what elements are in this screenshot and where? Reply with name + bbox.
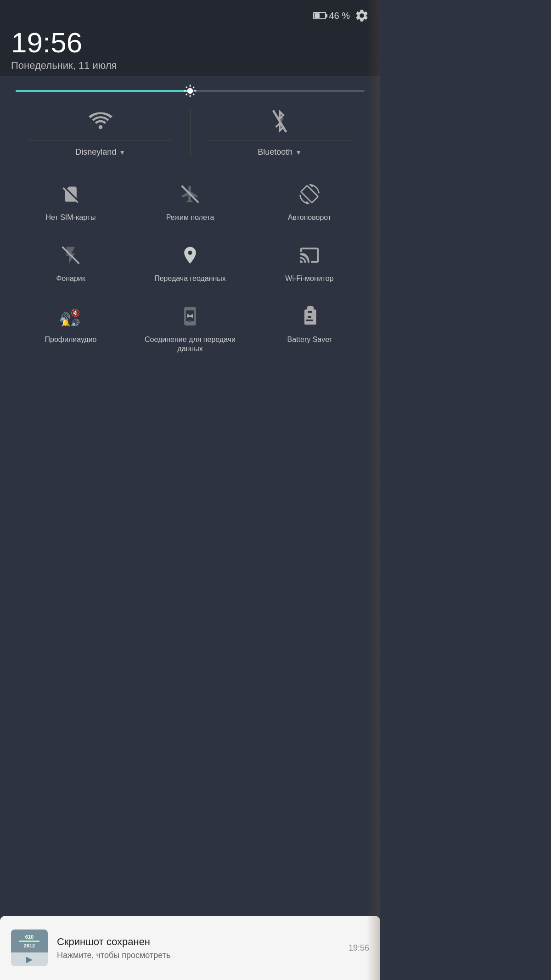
cast-tile[interactable]: Wi-Fi-монитор — [250, 232, 369, 293]
bluetooth-icon — [271, 108, 288, 134]
battery-saver-tile[interactable]: Battery Saver — [250, 293, 369, 364]
notification-title: Скриншот сохранен — [57, 936, 339, 948]
no-sim-icon — [61, 182, 81, 207]
location-tile[interactable]: Передача геоданных — [130, 232, 250, 293]
notification-subtitle: Нажмите, чтобы просмотреть — [57, 951, 339, 960]
bt-label-row[interactable]: Bluetooth ▼ — [258, 147, 302, 157]
brightness-slider[interactable] — [16, 90, 365, 92]
quick-settings-panel: Disneyland ▼ Bluetooth ▼ — [0, 76, 380, 372]
status-bar: 46 % 19:56 Понедельник, 11 июля — [0, 0, 380, 76]
notif-thumb-num2: 2612 — [24, 943, 35, 948]
notif-thumb-num1: 610 — [25, 934, 34, 940]
autorotate-icon — [299, 182, 320, 207]
tethering-tile[interactable]: Соединение для передачи данных — [130, 293, 250, 364]
flashlight-tile[interactable]: Фонарик — [11, 232, 130, 293]
notification-bar[interactable]: 610 2612 ▶ Скриншот сохранен Нажмите, чт… — [0, 916, 380, 980]
brightness-track-left — [16, 90, 190, 92]
bt-label: Bluetooth — [258, 147, 292, 157]
wifi-dropdown-arrow[interactable]: ▼ — [119, 149, 125, 156]
date-display: Понедельник, 11 июля — [11, 60, 369, 72]
svg-text:🔔: 🔔 — [61, 318, 71, 326]
battery-saver-icon — [301, 304, 318, 329]
autorotate-tile[interactable]: Автоповорот — [250, 171, 369, 232]
notif-thumb-top: 610 2612 — [11, 930, 48, 952]
bt-divider — [208, 140, 351, 141]
time-display: 19:56 — [11, 28, 369, 57]
battery-percent: 46 % — [329, 11, 350, 21]
flashlight-label: Фонарик — [56, 274, 85, 284]
settings-icon[interactable] — [354, 8, 369, 23]
wifi-divider — [29, 140, 172, 141]
wifi-bt-row: Disneyland ▼ Bluetooth ▼ — [11, 108, 369, 157]
tiles-grid: Нет SIM-карты Режим полета Автоповорот — [11, 171, 369, 363]
svg-rect-8 — [188, 315, 191, 317]
cast-icon — [299, 243, 320, 268]
notif-thumb-bottom: ▶ — [11, 952, 48, 966]
audio-tile[interactable]: 🔊 🔇 🔔 🔊 Профилиаудио — [11, 293, 130, 364]
audio-label: Профилиаудио — [45, 335, 96, 345]
notification-thumbnail: 610 2612 ▶ — [11, 930, 48, 966]
airplane-tile[interactable]: Режим полета — [130, 171, 250, 232]
airplane-icon — [180, 182, 200, 207]
svg-text:🔊: 🔊 — [71, 318, 80, 326]
notif-thumb-bar1 — [19, 941, 39, 942]
flashlight-icon — [61, 243, 81, 268]
battery-saver-label: Battery Saver — [287, 335, 332, 345]
tethering-label: Соединение для передачи данных — [135, 335, 245, 354]
svg-point-0 — [98, 125, 102, 129]
bt-dropdown-arrow[interactable]: ▼ — [295, 149, 302, 156]
brightness-track-right — [190, 90, 365, 92]
wifi-label: Disneyland — [75, 147, 116, 157]
brightness-row[interactable] — [11, 90, 369, 92]
tethering-icon — [180, 304, 200, 329]
svg-text:🔇: 🔇 — [71, 308, 80, 317]
notification-content: Скриншот сохранен Нажмите, чтобы просмот… — [57, 936, 339, 960]
bt-tile[interactable]: Bluetooth ▼ — [191, 108, 370, 157]
location-label: Передача геоданных — [154, 274, 226, 284]
battery-icon — [313, 12, 326, 19]
battery-info: 46 % — [313, 11, 350, 21]
brightness-thumb[interactable] — [182, 83, 198, 99]
airplane-label: Режим полета — [166, 213, 214, 223]
wifi-label-row[interactable]: Disneyland ▼ — [75, 147, 125, 157]
audio-icon: 🔊 🔇 🔔 🔊 — [59, 304, 82, 329]
cast-label: Wi-Fi-монитор — [285, 274, 333, 284]
wifi-tile[interactable]: Disneyland ▼ — [11, 108, 191, 157]
no-sim-tile[interactable]: Нет SIM-карты — [11, 171, 130, 232]
notif-thumb-play-icon: ▶ — [26, 954, 33, 964]
location-icon — [180, 243, 200, 268]
no-sim-label: Нет SIM-карты — [45, 213, 96, 223]
status-top-row: 46 % — [11, 8, 369, 23]
wifi-icon — [89, 108, 112, 134]
autorotate-label: Автоповорот — [288, 213, 331, 223]
notification-time: 19:56 — [349, 943, 369, 953]
